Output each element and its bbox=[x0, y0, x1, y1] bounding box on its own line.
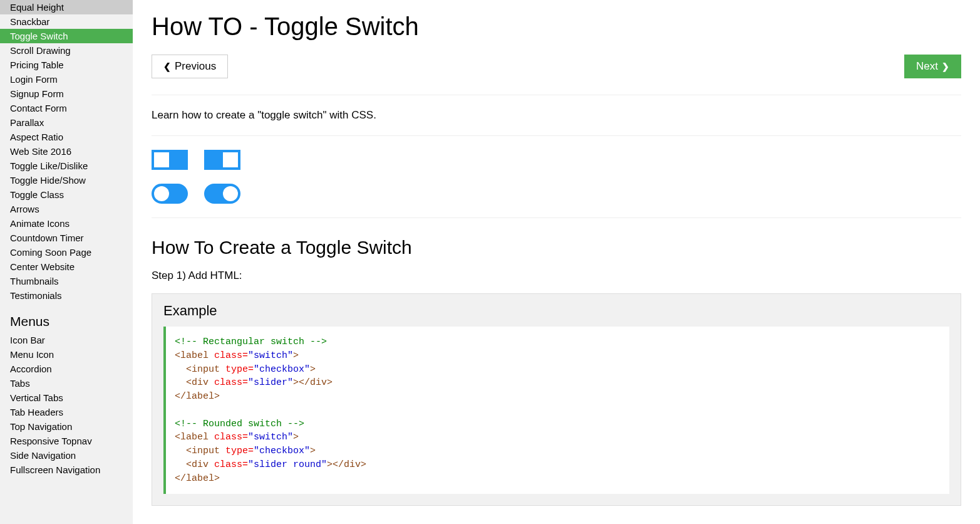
sidebar-item[interactable]: Accordion bbox=[0, 362, 133, 376]
sidebar-item[interactable]: Tabs bbox=[0, 376, 133, 390]
sidebar-item[interactable]: Top Navigation bbox=[0, 419, 133, 434]
divider bbox=[152, 95, 961, 95]
main-content: How TO - Toggle Switch ❮ Previous Next ❯… bbox=[133, 0, 980, 524]
sidebar-item[interactable]: Toggle Like/Dislike bbox=[0, 159, 133, 173]
next-button[interactable]: Next ❯ bbox=[904, 55, 961, 78]
sidebar-item[interactable]: Center Website bbox=[0, 259, 133, 274]
rect-switch-off[interactable] bbox=[152, 150, 188, 170]
example-box: Example <!-- Rectangular switch --> <lab… bbox=[152, 293, 961, 506]
sidebar-item[interactable]: Fullscreen Navigation bbox=[0, 463, 133, 477]
sidebar-item[interactable]: Coming Soon Page bbox=[0, 245, 133, 259]
section-title: How To Create a Toggle Switch bbox=[152, 237, 961, 258]
step-label: Step 1) Add HTML: bbox=[152, 270, 961, 282]
sidebar-item[interactable]: Toggle Switch bbox=[0, 29, 133, 43]
sidebar-item[interactable]: Side Navigation bbox=[0, 448, 133, 463]
round-switch-on[interactable] bbox=[204, 184, 240, 204]
sidebar-item[interactable]: Tab Headers bbox=[0, 405, 133, 419]
previous-button-label: Previous bbox=[175, 60, 216, 73]
intro-text: Learn how to create a "toggle switch" wi… bbox=[152, 109, 961, 122]
round-switch-off[interactable] bbox=[152, 184, 188, 204]
sidebar-item[interactable]: Testimonials bbox=[0, 288, 133, 303]
sidebar-item[interactable]: Arrows bbox=[0, 202, 133, 216]
sidebar-item[interactable]: Snackbar bbox=[0, 14, 133, 29]
chevron-left-icon: ❮ bbox=[163, 61, 171, 71]
previous-button[interactable]: ❮ Previous bbox=[152, 55, 228, 78]
pagination-row: ❮ Previous Next ❯ bbox=[152, 55, 961, 78]
rect-switch-on[interactable] bbox=[204, 150, 240, 170]
chevron-right-icon: ❯ bbox=[942, 61, 949, 71]
sidebar-item[interactable]: Toggle Class bbox=[0, 187, 133, 202]
page-title: How TO - Toggle Switch bbox=[152, 13, 961, 41]
sidebar-item[interactable]: Responsive Topnav bbox=[0, 434, 133, 448]
sidebar-item[interactable]: Web Site 2016 bbox=[0, 144, 133, 159]
sidebar-item[interactable]: Vertical Tabs bbox=[0, 390, 133, 405]
sidebar-item[interactable]: Pricing Table bbox=[0, 58, 133, 72]
sidebar-heading: Menus bbox=[0, 303, 133, 333]
sidebar-item[interactable]: Signup Form bbox=[0, 86, 133, 101]
sidebar-item[interactable]: Aspect Ratio bbox=[0, 130, 133, 144]
sidebar-item[interactable]: Parallax bbox=[0, 115, 133, 130]
sidebar-item[interactable]: Thumbnails bbox=[0, 274, 133, 288]
next-button-label: Next bbox=[916, 60, 938, 73]
code-block: <!-- Rectangular switch --> <label class… bbox=[163, 327, 949, 494]
divider bbox=[152, 135, 961, 136]
sidebar-item[interactable]: Login Form bbox=[0, 72, 133, 86]
sidebar-item[interactable]: Countdown Timer bbox=[0, 231, 133, 245]
sidebar-item[interactable]: Menu Icon bbox=[0, 347, 133, 362]
sidebar-item[interactable]: Icon Bar bbox=[0, 333, 133, 347]
divider bbox=[152, 217, 961, 218]
round-switch-row bbox=[152, 184, 961, 204]
sidebar: Equal HeightSnackbarToggle SwitchScroll … bbox=[0, 0, 133, 524]
sidebar-item[interactable]: Equal Height bbox=[0, 0, 133, 14]
rect-switch-row bbox=[152, 150, 961, 170]
sidebar-item[interactable]: Contact Form bbox=[0, 101, 133, 115]
example-heading: Example bbox=[163, 303, 949, 319]
sidebar-item[interactable]: Scroll Drawing bbox=[0, 43, 133, 58]
sidebar-item[interactable]: Animate Icons bbox=[0, 216, 133, 231]
sidebar-item[interactable]: Toggle Hide/Show bbox=[0, 173, 133, 187]
